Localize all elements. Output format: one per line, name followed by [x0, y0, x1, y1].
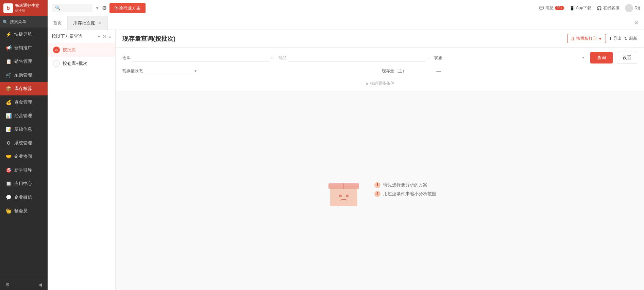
sidebar-item-newbie[interactable]: 🎯 新手引导: [0, 163, 48, 177]
topbar-search-box[interactable]: 🔍: [52, 4, 92, 12]
sidebar-label: 经营管理: [14, 113, 32, 119]
inventory-status-select-wrap: 全部 有库存 无库存 ▼: [144, 68, 199, 74]
empty-svg: [323, 170, 364, 211]
app-download-button[interactable]: 📱 App下载: [570, 5, 591, 11]
filter-area: 仓库 ··· 商品 ··· 状态 全部: [116, 48, 644, 91]
newbie-icon: 🎯: [5, 167, 12, 173]
user-menu[interactable]: Rit: [625, 4, 640, 12]
status-filter-group: 状态 全部 ▼: [434, 55, 586, 61]
empty-state: 1 请先选择要分析的方案 2 用过滤条件来缩小分析范围: [116, 91, 644, 290]
sidebar-search[interactable]: 🔍 搜索菜单: [0, 16, 48, 28]
plan-item-by-batch[interactable]: ⊙ 按批次: [48, 43, 115, 57]
sidebar-item-basic[interactable]: 📝 基础信息: [0, 123, 48, 136]
empty-step-2: 2 用过滤条件来缩小分析范围: [374, 191, 436, 197]
sidebar-label: 快捷导航: [14, 31, 32, 37]
right-content: 现存量查询(按批次) 🖨 按模板打印 ▼ ⬇ 导出 ↻ 刷新: [116, 30, 644, 290]
warehouse-more-button[interactable]: ···: [271, 55, 274, 60]
plan-settings-icon[interactable]: ⊙: [102, 34, 106, 39]
page-title: 现存量查询(按批次): [122, 35, 175, 43]
export-button[interactable]: ⬇ 导出: [609, 36, 622, 41]
sidebar-nav: ⚡ 快捷导航 📢 营销推广 📋 销售管理 🛒 采购管理 📦 库存核算 💰 资金管…: [0, 28, 48, 279]
tab-home[interactable]: 首页: [48, 16, 68, 30]
inventory-status-dropdown-icon: ▼: [194, 69, 197, 73]
collapse-sidebar-icon[interactable]: ◀: [38, 282, 42, 287]
sidebar-label: 采购管理: [14, 72, 32, 78]
inventory-qty-max-input[interactable]: [442, 67, 469, 75]
inventory-status-select[interactable]: 全部 有库存 无库存: [146, 69, 194, 73]
status-dropdown-arrow-icon: ▼: [581, 56, 585, 59]
tab-close-icon[interactable]: ✕: [99, 16, 102, 30]
print-dropdown-icon[interactable]: ▼: [598, 36, 602, 41]
status-filter-select[interactable]: 全部: [445, 55, 581, 60]
export-icon: ⬇: [609, 36, 612, 41]
messages-button[interactable]: 💬 消息 99+: [539, 5, 564, 11]
topbar-dropdown-icon[interactable]: ▼: [95, 6, 99, 11]
online-service-button[interactable]: 🎧 在线客服: [597, 5, 620, 11]
page-header: 现存量查询(按批次) 🖨 按模板打印 ▼ ⬇ 导出 ↻ 刷新: [116, 30, 644, 48]
message-icon: 💬: [539, 6, 544, 11]
sidebar-item-vip[interactable]: 👑 畅会员: [0, 204, 48, 218]
plan-item-by-warehouse-batch[interactable]: ○ 按仓库+批次: [48, 57, 115, 70]
product-more-button[interactable]: ···: [427, 55, 430, 60]
sidebar-item-inventory[interactable]: 📦 库存核算: [0, 82, 48, 95]
refresh-icon: ↻: [624, 36, 628, 41]
print-button[interactable]: 🖨 按模板打印 ▼: [567, 34, 606, 43]
app-edition: 标准版: [15, 8, 39, 13]
service-icon: 🎧: [597, 6, 602, 11]
sidebar-item-finance[interactable]: 💰 资金管理: [0, 95, 48, 109]
inventory-qty-filter-group: 现存量（主） —: [382, 67, 637, 75]
collapse-more-button[interactable]: ∧ 收起更多条件: [122, 78, 637, 88]
sidebar-item-app-center[interactable]: 🔲 应用中心: [0, 177, 48, 191]
query-button[interactable]: 查询: [590, 52, 613, 64]
product-filter-group: 商品 ···: [278, 54, 430, 62]
step-2-text: 用过滤条件来缩小分析范围: [383, 191, 436, 197]
sidebar-item-sales[interactable]: 📋 销售管理: [0, 55, 48, 68]
operations-icon: 📊: [5, 113, 12, 119]
purchase-icon: 🛒: [5, 72, 12, 78]
settings-button[interactable]: 设置: [617, 52, 637, 64]
sidebar-label: 营销推广: [14, 45, 32, 51]
industry-solution-button[interactable]: 体验行业方案: [109, 3, 146, 13]
inventory-qty-min-input[interactable]: [408, 67, 435, 75]
sidebar: b 畅康通好生意 标准版 🔍 搜索菜单 ⚡ 快捷导航 📢 营销推广 📋 销售管理…: [0, 0, 48, 290]
sidebar-item-operations[interactable]: 📊 经营管理: [0, 109, 48, 123]
tabs-bar: 首页 库存批次账 ✕ ✕: [48, 16, 644, 30]
inventory-status-label: 现存量状态: [122, 68, 143, 74]
filter-row-2: 现存量状态 全部 有库存 无库存 ▼ 现存量（主）: [122, 67, 637, 75]
collapse-label: 收起更多条件: [370, 80, 394, 86]
phone-icon: 📱: [570, 6, 575, 11]
app-logo: b: [3, 3, 13, 13]
app-center-icon: 🔲: [5, 181, 12, 186]
plan-label: 按批次: [63, 47, 76, 53]
empty-illustration: [323, 170, 364, 211]
sidebar-label: 企业协同: [14, 153, 32, 160]
tab-inventory-batch[interactable]: 库存批次账 ✕: [68, 16, 108, 30]
warehouse-filter-group: 仓库 ···: [122, 54, 274, 62]
sidebar-label: 企业微信: [14, 194, 32, 200]
sidebar-item-quick-nav[interactable]: ⚡ 快捷导航: [0, 28, 48, 41]
sidebar-item-purchase[interactable]: 🛒 采购管理: [0, 68, 48, 82]
product-filter-input[interactable]: [288, 54, 426, 62]
settings-footer-icon[interactable]: ⚙: [5, 282, 10, 287]
wechat-icon: 💬: [5, 195, 12, 200]
panel-close-button[interactable]: ✕: [629, 16, 644, 30]
messages-badge: 99+: [555, 6, 564, 10]
sidebar-item-collab[interactable]: 🤝 企业协同: [0, 150, 48, 163]
left-panel-header-actions: + ⊙ «: [98, 34, 111, 39]
inventory-status-filter-group: 现存量状态 全部 有库存 无库存 ▼: [122, 68, 378, 74]
add-plan-icon[interactable]: +: [98, 34, 100, 39]
sidebar-item-marketing[interactable]: 📢 营销推广: [0, 41, 48, 55]
topbar-settings-icon[interactable]: ⚙: [102, 5, 107, 11]
collapse-panel-icon[interactable]: «: [108, 34, 111, 39]
marketing-icon: 📢: [5, 45, 12, 51]
tab-label: 库存批次账: [73, 16, 95, 30]
topbar-search-input[interactable]: [62, 6, 89, 11]
finance-icon: 💰: [5, 99, 12, 105]
warehouse-filter-input[interactable]: [132, 54, 270, 62]
sidebar-label: 系统管理: [14, 140, 32, 146]
refresh-button[interactable]: ↻ 刷新: [624, 36, 637, 41]
search-icon: 🔍: [3, 20, 8, 24]
sidebar-item-wechat[interactable]: 💬 企业微信: [0, 191, 48, 204]
sidebar-item-system[interactable]: ⚙ 系统管理: [0, 136, 48, 150]
basic-icon: 📝: [5, 127, 12, 132]
